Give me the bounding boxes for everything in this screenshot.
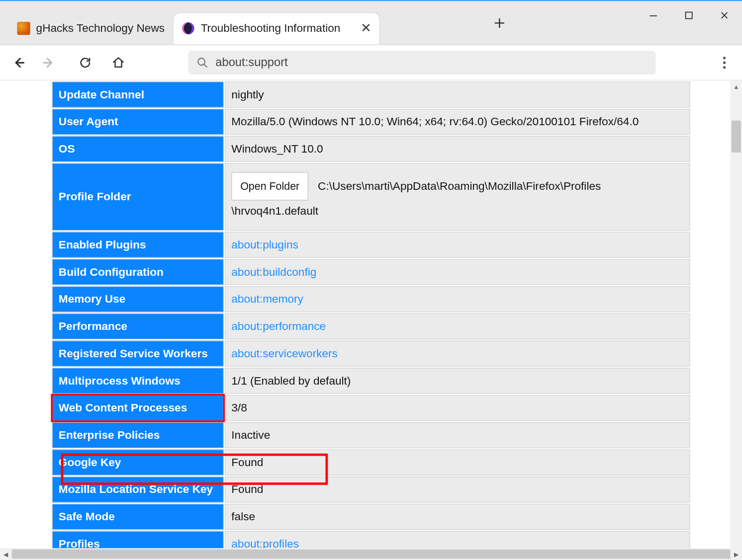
tab-ghacks[interactable]: gHacks Technology News [9, 12, 173, 44]
horizontal-scrollbar[interactable]: ◀ ▶ [0, 548, 742, 560]
toolbar [0, 45, 742, 80]
svg-point-5 [723, 61, 726, 64]
row-label: User Agent [52, 109, 224, 135]
browser-window: gHacks Technology News Troubleshooting I… [0, 0, 742, 560]
kebab-menu-button[interactable] [713, 51, 737, 75]
troubleshooting-table: Update ChannelnightlyUser AgentMozilla/5… [51, 80, 691, 559]
row-value: false [225, 504, 690, 530]
scroll-right-icon[interactable]: ▶ [730, 548, 742, 560]
home-button[interactable] [105, 49, 131, 75]
row-label: Performance [52, 314, 224, 339]
row-label: Memory Use [52, 286, 224, 312]
profile-folder-cell: Open FolderC:\Users\marti\AppData\Roamin… [225, 163, 690, 231]
about-link[interactable]: about:buildconfig [231, 266, 316, 278]
content-area: Update ChannelnightlyUser AgentMozilla/5… [0, 80, 742, 560]
tab-bar: gHacks Technology News Troubleshooting I… [0, 1, 742, 45]
about-link[interactable]: about:serviceworkers [231, 347, 338, 360]
firefox-favicon-icon [182, 22, 195, 35]
vertical-scrollbar[interactable]: ▲ ▼ [730, 80, 742, 560]
svg-rect-1 [650, 15, 657, 16]
row-value: Windows_NT 10.0 [225, 136, 690, 162]
about-link[interactable]: about:memory [231, 293, 303, 305]
row-value: nightly [225, 81, 690, 107]
row-value: Inactive [225, 422, 690, 448]
tab-label: gHacks Technology News [36, 21, 165, 34]
maximize-button[interactable] [671, 1, 706, 29]
close-tab-icon[interactable]: ✕ [361, 21, 371, 36]
row-label: Enterprise Policies [52, 422, 224, 448]
row-label: Enabled Plugins [52, 232, 224, 258]
open-folder-button[interactable]: Open Folder [231, 172, 308, 200]
row-value: Found [225, 450, 690, 476]
minimize-button[interactable] [636, 1, 671, 29]
row-value[interactable]: about:performance [225, 314, 690, 339]
url-bar[interactable] [188, 51, 655, 75]
window-controls [636, 1, 742, 29]
forward-button[interactable] [35, 49, 61, 75]
profile-path-tail: \hrvoq4n1.default [231, 205, 318, 217]
scroll-left-icon[interactable]: ◀ [0, 548, 12, 560]
profile-path: C:\Users\marti\AppData\Roaming\Mozilla\F… [318, 180, 601, 192]
row-value[interactable]: about:buildconfig [225, 259, 690, 285]
row-label: Safe Mode [52, 504, 224, 530]
svg-point-6 [723, 66, 726, 68]
support-page: Update ChannelnightlyUser AgentMozilla/5… [0, 80, 742, 560]
row-label: Multiprocess Windows [52, 368, 224, 394]
row-value: Found [225, 477, 690, 502]
row-value: Mozilla/5.0 (Windows NT 10.0; Win64; x64… [225, 109, 690, 135]
new-tab-button[interactable] [486, 10, 512, 36]
search-icon [196, 57, 208, 69]
row-value: 3/8 [225, 395, 690, 421]
row-label: Registered Service Workers [52, 341, 224, 367]
row-value[interactable]: about:memory [225, 286, 690, 312]
scrollbar-thumb[interactable] [12, 550, 731, 559]
row-label: Profile Folder [52, 163, 224, 231]
svg-point-4 [723, 56, 726, 59]
row-label: Build Configuration [52, 259, 224, 285]
about-link[interactable]: about:plugins [231, 239, 298, 251]
tab-troubleshooting[interactable]: Troubleshooting Information ✕ [173, 12, 380, 44]
row-value[interactable]: about:plugins [225, 232, 690, 258]
svg-rect-2 [686, 12, 692, 18]
tab-label: Troubleshooting Information [201, 22, 341, 35]
row-label: Mozilla Location Service Key [52, 477, 224, 502]
row-value[interactable]: about:serviceworkers [225, 341, 690, 367]
scrollbar-thumb[interactable] [732, 121, 741, 153]
reload-button[interactable] [72, 49, 98, 75]
row-label: OS [52, 136, 224, 162]
url-input[interactable] [215, 56, 648, 69]
row-label: Google Key [52, 450, 224, 476]
back-button[interactable] [6, 49, 32, 75]
ghacks-favicon-icon [17, 21, 30, 34]
close-window-button[interactable] [707, 1, 742, 29]
about-link[interactable]: about:performance [231, 320, 326, 332]
row-label: Web Content Processes [52, 395, 224, 421]
row-label: Update Channel [52, 81, 224, 107]
row-value: 1/1 (Enabled by default) [225, 368, 690, 394]
scroll-up-icon[interactable]: ▲ [730, 80, 742, 92]
